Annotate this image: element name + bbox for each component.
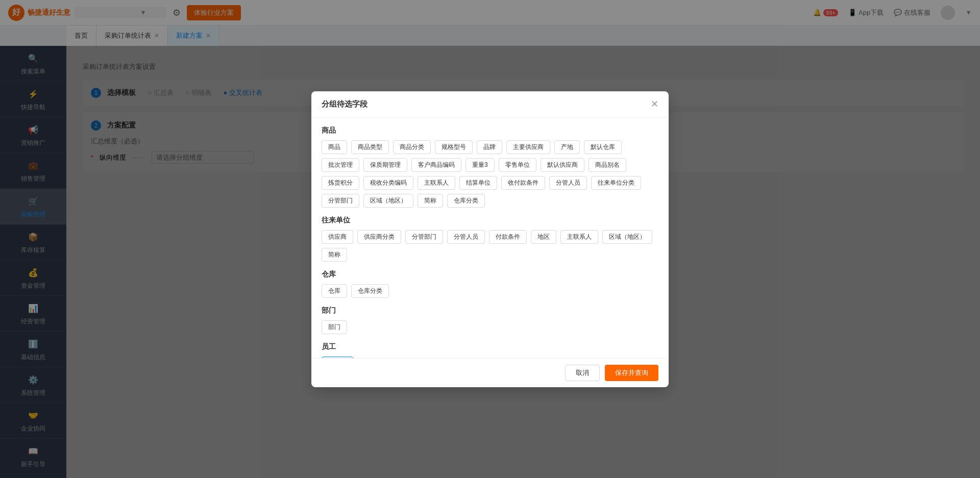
field-tag-dept[interactable]: 分管部门 [322,194,359,208]
field-tag-product-category[interactable]: 商品分类 [393,140,431,154]
field-tag-main-supplier[interactable]: 主要供应商 [506,140,550,154]
field-tag-product-alias[interactable]: 商品别名 [589,158,626,172]
field-grid-dept: 部门 [322,320,658,334]
modal-footer: 取消 保存并查询 [311,358,669,387]
field-tag-origin[interactable]: 产地 [554,140,580,154]
field-tag-cp-contact[interactable]: 主联系人 [560,230,598,244]
section-title-dept: 部门 [322,306,658,315]
field-tag-product[interactable]: 商品 [322,140,347,154]
section-title-counterpart: 往来单位 [322,216,658,225]
field-tag-default-warehouse[interactable]: 默认仓库 [584,140,622,154]
field-tag-retail-unit[interactable]: 零售单位 [499,158,536,172]
field-tag-wh[interactable]: 仓库 [322,284,347,298]
field-tag-customer-sku[interactable]: 客户商品编码 [411,158,461,172]
field-tag-supplier[interactable]: 供应商 [322,230,353,244]
field-tag-abbr[interactable]: 简称 [418,194,443,208]
field-tag-area[interactable]: 地区 [531,230,556,244]
field-tag-payment-cond[interactable]: 付款条件 [489,230,527,244]
field-tag-wh-category[interactable]: 仓库分类 [351,284,389,298]
field-tag-tax-code[interactable]: 税收分类编码 [363,176,413,190]
field-tag-default-supplier[interactable]: 默认供应商 [541,158,584,172]
modal-close-button[interactable]: ✕ [651,99,658,109]
modal-title: 分组待选字段 [322,99,368,109]
field-tag-brand[interactable]: 品牌 [477,140,502,154]
section-title-product: 商品 [322,126,658,135]
field-tag-weight[interactable]: 重量3 [465,158,495,172]
field-tag-cp-manager[interactable]: 分管人员 [447,230,485,244]
modal-field-select: 分组待选字段 ✕ 商品 商品 商品类型 商品分类 规格型号 品牌 主要供应商 产… [311,91,669,387]
section-title-employee: 员工 [322,342,658,351]
field-tag-batch-mgmt[interactable]: 批次管理 [322,158,359,172]
save-query-button[interactable]: 保存并查询 [605,365,658,381]
section-title-warehouse: 仓库 [322,270,658,279]
field-grid-product: 商品 商品类型 商品分类 规格型号 品牌 主要供应商 产地 默认仓库 批次管理 … [322,140,658,208]
modal-header: 分组待选字段 ✕ [311,91,669,118]
field-grid-warehouse: 仓库 仓库分类 [322,284,658,298]
field-tag-supplier-category[interactable]: 供应商分类 [357,230,401,244]
field-tag-settlement-unit[interactable]: 结算单位 [459,176,497,190]
field-tag-warehouse-category[interactable]: 仓库分类 [447,194,485,208]
field-tag-spec-model[interactable]: 规格型号 [435,140,473,154]
field-tag-counterpart-category[interactable]: 往来单位分类 [591,176,641,190]
field-tag-cp-region[interactable]: 区域（地区） [602,230,652,244]
field-tag-pick-score[interactable]: 拣货积分 [322,176,359,190]
cancel-button[interactable]: 取消 [565,365,600,381]
field-tag-main-contact[interactable]: 主联系人 [418,176,455,190]
field-tag-product-type[interactable]: 商品类型 [351,140,389,154]
field-tag-cp-abbr[interactable]: 简称 [322,248,347,262]
field-tag-department[interactable]: 部门 [322,320,347,334]
field-tag-payment-terms[interactable]: 收付款条件 [501,176,545,190]
field-tag-expiry-mgmt[interactable]: 保质期管理 [363,158,407,172]
field-tag-cp-dept[interactable]: 分管部门 [405,230,443,244]
modal-overlay: 分组待选字段 ✕ 商品 商品 商品类型 商品分类 规格型号 品牌 主要供应商 产… [0,0,980,478]
modal-body: 商品 商品 商品类型 商品分类 规格型号 品牌 主要供应商 产地 默认仓库 批次… [311,118,669,358]
field-tag-region[interactable]: 区域（地区） [363,194,413,208]
field-grid-counterpart: 供应商 供应商分类 分管部门 分管人员 付款条件 地区 主联系人 区域（地区） … [322,230,658,262]
field-tag-manager[interactable]: 分管人员 [549,176,587,190]
